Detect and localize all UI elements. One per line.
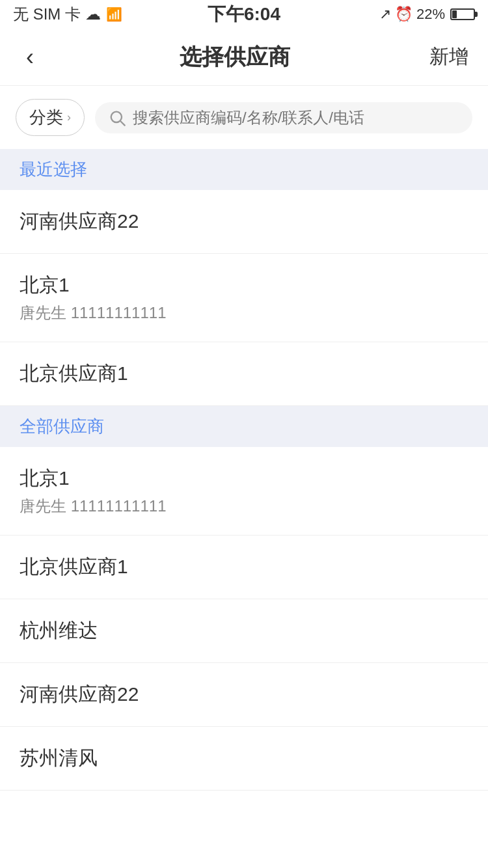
search-box [95, 102, 472, 133]
item-name: 北京供应商1 [20, 554, 468, 580]
category-label: 分类 [29, 106, 63, 129]
filter-bar: 分类 › [0, 86, 488, 149]
item-name: 河南供应商22 [20, 208, 468, 235]
item-sub: 唐先生 11111111111 [20, 303, 468, 323]
item-name: 苏州清风 [20, 745, 468, 772]
alarm-icon: ⏰ [395, 6, 413, 23]
status-time: 下午6:04 [208, 2, 280, 27]
item-name: 北京1 [20, 272, 468, 299]
svg-line-1 [120, 121, 124, 125]
add-button[interactable]: 新增 [429, 44, 468, 70]
recent-section-label: 最近选择 [20, 159, 87, 179]
list-item[interactable]: 北京1唐先生 11111111111 [0, 254, 488, 342]
status-left: 无 SIM 卡 ☁ 📶 [13, 4, 122, 25]
all-section-header: 全部供应商 [0, 406, 488, 447]
list-item[interactable]: 杭州维达 [0, 599, 488, 663]
status-right: ↗ ⏰ 22% [379, 6, 475, 23]
location-icon: ↗ [379, 6, 391, 23]
recent-section-header: 最近选择 [0, 149, 488, 190]
page-title: 选择供应商 [180, 42, 290, 72]
item-sub: 唐先生 11111111111 [20, 496, 468, 517]
item-name: 北京供应商1 [20, 360, 468, 387]
list-item[interactable]: 河南供应商22 [0, 663, 488, 727]
item-name: 杭州维达 [20, 617, 468, 644]
all-section-label: 全部供应商 [20, 416, 104, 436]
list-item[interactable]: 北京供应商1 [0, 536, 488, 599]
list-item[interactable]: 北京1唐先生 11111111111 [0, 447, 488, 536]
item-name: 河南供应商22 [20, 681, 468, 708]
category-button[interactable]: 分类 › [16, 99, 85, 136]
item-name: 北京1 [20, 465, 468, 492]
search-input[interactable] [133, 109, 459, 127]
wifi-icon: 📶 [106, 7, 122, 22]
category-arrow-icon: › [67, 111, 71, 124]
list-item[interactable]: 苏州清风 [0, 727, 488, 791]
all-list: 北京1唐先生 11111111111北京供应商1杭州维达河南供应商22苏州清风 [0, 447, 488, 791]
nav-bar: ‹ 选择供应商 新增 [0, 29, 488, 86]
back-button[interactable]: ‹ [20, 37, 40, 77]
list-item[interactable]: 北京供应商1 [0, 342, 488, 406]
battery-icon [450, 8, 475, 20]
recent-list: 河南供应商22北京1唐先生 11111111111北京供应商1 [0, 190, 488, 406]
sim-label: 无 SIM 卡 ☁ [13, 4, 101, 25]
battery-percent: 22% [416, 6, 445, 23]
search-icon [108, 109, 126, 127]
list-item[interactable]: 河南供应商22 [0, 190, 488, 254]
status-bar: 无 SIM 卡 ☁ 📶 下午6:04 ↗ ⏰ 22% [0, 0, 488, 29]
